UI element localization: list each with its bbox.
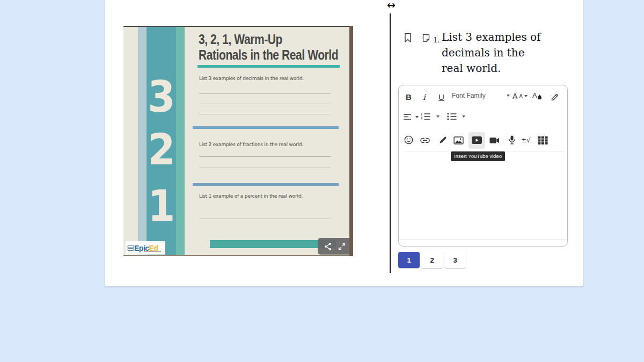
worksheet-bottom-edge <box>123 255 353 256</box>
emoji-button[interactable] <box>404 135 413 144</box>
epiced-logo-tagline <box>144 251 161 252</box>
media-controls <box>318 238 352 255</box>
numbered-list-select[interactable]: 1 2 3 <box>421 112 440 120</box>
answer-line <box>199 93 331 94</box>
image-icon <box>453 136 464 144</box>
chevron-down-icon <box>524 95 528 97</box>
chevron-down-icon <box>415 116 419 118</box>
bullet-list-select[interactable] <box>447 112 465 120</box>
worksheet-title: 3, 2, 1, Warm-Up Rationals in the Real W… <box>199 32 338 63</box>
section-divider-bar <box>193 126 339 129</box>
video-button[interactable] <box>489 137 500 144</box>
worksheet-title-underline <box>197 65 340 68</box>
question-number: 1. <box>433 36 440 44</box>
link-button[interactable] <box>420 137 430 144</box>
bullet-list-icon <box>447 112 457 120</box>
bold-button[interactable]: B <box>406 92 412 102</box>
youtube-icon <box>472 136 482 144</box>
font-family-select[interactable]: Font Family <box>452 92 510 99</box>
table-button[interactable] <box>538 136 548 144</box>
tooltip: Insert YouTube video <box>451 151 505 161</box>
italic-button[interactable]: i <box>423 92 426 102</box>
bookmark-icon <box>404 33 412 43</box>
share-icon <box>324 242 332 251</box>
note-button[interactable] <box>422 34 430 42</box>
lesson-card: 3 2 1 3, 2, 1, Warm-Up Rationals in the … <box>105 0 583 286</box>
answer-line <box>199 114 331 114</box>
bookmark-button[interactable] <box>404 33 412 43</box>
table-icon <box>538 136 548 144</box>
expand-icon <box>338 243 346 250</box>
section-divider-bar <box>193 183 339 186</box>
math-button[interactable]: ±√ <box>521 136 531 144</box>
worksheet-section2-label: List 2 examples of fractions in the real… <box>199 142 303 147</box>
chevron-down-icon <box>436 115 440 118</box>
worksheet-number-3: 3 <box>148 76 175 119</box>
font-size-select[interactable]: AA <box>513 92 528 100</box>
worksheet-section3-label: List 1 example of a percent in the real … <box>199 193 303 199</box>
underline-button[interactable]: U <box>438 92 444 102</box>
youtube-button[interactable] <box>472 136 482 144</box>
align-icon <box>403 113 412 120</box>
chevron-down-icon <box>462 115 465 118</box>
worksheet-stripe-green <box>176 27 185 255</box>
font-family-label: Font Family <box>452 92 486 99</box>
answer-editor[interactable]: B i U Font Family AA A <box>398 85 568 247</box>
epiced-logo-icon <box>127 245 134 251</box>
worksheet-number-1: 1 <box>148 185 175 228</box>
epiced-logo: EpicEd <box>126 241 165 255</box>
answer-line <box>199 219 331 219</box>
answer-line <box>199 156 331 157</box>
video-camera-icon <box>489 137 500 144</box>
question-text: List 3 examples of decimals in the real … <box>442 30 549 76</box>
fullscreen-button[interactable] <box>338 243 346 250</box>
microphone-icon <box>509 135 515 144</box>
link-icon <box>420 137 430 144</box>
chevron-down-icon <box>507 95 510 97</box>
note-icon <box>422 34 430 42</box>
worksheet-title-line1: 3, 2, 1, Warm-Up <box>199 32 338 47</box>
worksheet-bottom-bar <box>210 240 336 248</box>
editor-statusbar-divider <box>399 239 567 240</box>
font-color-button[interactable]: A <box>532 91 541 99</box>
resize-horizontal-icon[interactable]: ↔ <box>387 0 396 11</box>
answer-line <box>199 168 331 168</box>
worksheet-image: 3 2 1 3, 2, 1, Warm-Up Rationals in the … <box>123 26 353 256</box>
droplet-icon <box>538 95 541 99</box>
numbered-list-icon: 1 2 3 <box>421 112 430 120</box>
question-pagination: 1 2 3 <box>398 252 466 268</box>
share-button[interactable] <box>324 242 332 251</box>
worksheet-number-2: 2 <box>148 128 175 171</box>
worksheet-stripe-light <box>138 27 147 255</box>
highlighter-icon <box>550 92 559 102</box>
image-button[interactable] <box>453 136 464 144</box>
worksheet-section1-label: List 3 examples of decimals in the real … <box>199 76 304 81</box>
highlighter-button[interactable] <box>550 92 559 102</box>
pencil-icon <box>438 135 448 144</box>
emoji-icon <box>404 135 413 144</box>
svg-text:3: 3 <box>421 118 422 120</box>
panel-divider[interactable] <box>390 13 391 273</box>
page-button-2[interactable]: 2 <box>421 252 443 268</box>
mic-button[interactable] <box>509 135 515 144</box>
draw-button[interactable] <box>438 135 448 144</box>
page-button-1[interactable]: 1 <box>398 252 420 268</box>
page-button-3[interactable]: 3 <box>444 252 466 268</box>
worksheet-title-line2: Rationals in the Real World <box>199 47 338 63</box>
answer-line <box>199 104 331 104</box>
worksheet-right-edge <box>349 26 353 256</box>
align-select[interactable] <box>403 113 419 120</box>
